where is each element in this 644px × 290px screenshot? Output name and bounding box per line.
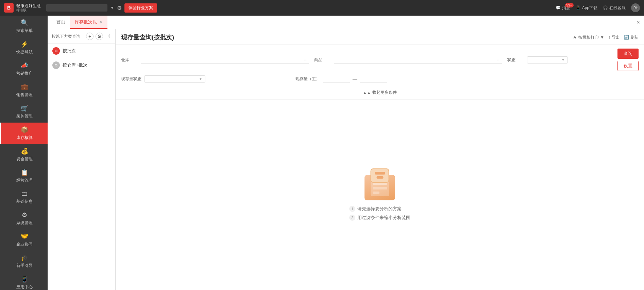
megaphone-icon: 📣 — [21, 62, 28, 69]
message-badge: 99+ — [565, 3, 574, 7]
refresh-icon: 🔄 — [624, 35, 629, 40]
message-btn[interactable]: 💬 消息 99+ — [556, 5, 570, 11]
print-icon: 🖨 — [573, 35, 577, 40]
sidebar-item-newguide[interactable]: 🎓 新手引导 — [0, 251, 48, 272]
system-icon: ⚙ — [22, 211, 27, 219]
sidebar-item-system[interactable]: ⚙ 系统管理 — [0, 208, 48, 229]
phone-icon: 📱 — [576, 5, 581, 10]
sidebar-item-appcenter[interactable]: 📱 应用中心 — [0, 272, 48, 290]
sidebar-item-enterprise[interactable]: 🤝 企业协同 — [0, 229, 48, 251]
status-filter: 状态 ▼ — [507, 56, 609, 64]
action-buttons: 查询 设置 — [617, 49, 639, 71]
money-icon: 💰 — [21, 147, 28, 155]
stock-main-from-input[interactable] — [323, 75, 350, 83]
topbar-gear-btn[interactable]: ⚙ — [117, 5, 122, 11]
database-icon: 🗃 — [21, 190, 28, 197]
app-download-btn[interactable]: 📱 App下载 — [576, 5, 597, 11]
flash-icon: ⚡ — [21, 40, 28, 48]
add-scheme-btn[interactable]: + — [86, 33, 94, 40]
stock-status-dropdown-icon: ▼ — [199, 77, 202, 81]
sidebar-item-search[interactable]: 🔍 搜索菜单 — [0, 16, 48, 37]
settings-scheme-btn[interactable]: ⚙ — [96, 33, 103, 40]
filter-row-2: 现存量状态 ▼ 现存量（主） — — [121, 75, 639, 83]
scheme-by-batch[interactable]: ⚙ 按批次 — [48, 44, 115, 58]
hint-item-1: 1 请先选择要分析的方案 — [349, 206, 410, 212]
warehouse-more-btn[interactable]: ··· — [304, 57, 307, 62]
scheme-panel-header: 按以下方案查询 + ⚙ 《 — [48, 29, 115, 44]
main-layout: 🔍 搜索菜单 ⚡ 快捷导航 📣 营销推广 💼 销售管理 🛒 采购管理 📦 库存核… — [0, 16, 644, 290]
scheme-by-warehouse-batch[interactable]: ⚙ 按仓库+批次 — [48, 58, 115, 72]
stock-main-filter: 现存量（主） — — [295, 75, 464, 83]
query-header: 现存量查询(按批次) 🖨 按模板打印 ▼ ↑ 导出 🔄 — [116, 29, 644, 44]
sidebar-item-finance[interactable]: 💰 资金管理 — [0, 144, 48, 165]
search-dropdown-btn[interactable]: ▼ — [110, 5, 114, 10]
status-dropdown-icon: ▼ — [561, 58, 565, 62]
product-filter: 商品 ··· — [314, 56, 502, 64]
product-input[interactable] — [334, 56, 502, 64]
collapse-scheme-icon[interactable]: 《 — [105, 33, 111, 40]
setting-btn[interactable]: 设置 — [617, 61, 639, 71]
warehouse-input[interactable] — [141, 56, 309, 64]
panel-close-btn[interactable]: × — [637, 19, 640, 25]
tab-batch-account[interactable]: 库存批次账 × — [70, 16, 107, 29]
scheme-actions: + ⚙ 《 — [86, 33, 111, 40]
headset-icon: 🎧 — [603, 5, 608, 10]
sidebar-item-inventory[interactable]: 📦 库存核算 — [0, 123, 48, 144]
filter-row-1: 仓库 ··· 商品 ··· — [121, 49, 639, 71]
empty-illustration — [359, 166, 400, 200]
product-input-wrapper: ··· — [334, 56, 502, 64]
filter-area: 仓库 ··· 商品 ··· — [116, 44, 644, 100]
gear-icon: ⚙ — [117, 5, 122, 11]
experience-btn[interactable]: 体验行业方案 — [124, 3, 157, 13]
search-icon: 🔍 — [21, 19, 28, 26]
collapse-more-btn[interactable]: ▲▲ 收起更多条件 — [363, 90, 397, 95]
sidebar-item-operations[interactable]: 📋 经营管理 — [0, 165, 48, 187]
scheme-red-icon: ⚙ — [52, 47, 60, 55]
sidebar-item-quicknav[interactable]: ⚡ 快捷导航 — [0, 37, 48, 58]
status-select[interactable]: ▼ — [527, 56, 568, 64]
avatar: Rit — [631, 3, 640, 12]
message-icon: 💬 — [556, 5, 561, 10]
appcenter-icon: 📱 — [21, 275, 28, 283]
global-search-input[interactable] — [46, 4, 107, 12]
stock-main-to-input[interactable] — [360, 75, 387, 83]
stock-status-filter: 现存量状态 ▼ — [121, 75, 290, 83]
scheme-gray-icon: ⚙ — [52, 61, 60, 69]
collapse-up-icon: ▲▲ — [363, 90, 371, 95]
sidebar-item-marketing[interactable]: 📣 营销推广 — [0, 58, 48, 80]
query-btn[interactable]: 查询 — [617, 49, 639, 59]
empty-state: 1 请先选择要分析的方案 2 用过滤条件来缩小分析范围 — [116, 100, 644, 290]
export-icon: ↑ — [608, 35, 610, 40]
scheme-panel: 按以下方案查询 + ⚙ 《 ⚙ 按批次 ⚙ 按仓库+批次 — [48, 29, 116, 290]
sidebar-item-sales[interactable]: 💼 销售管理 — [0, 80, 48, 101]
sidebar: 🔍 搜索菜单 ⚡ 快捷导航 📣 营销推广 💼 销售管理 🛒 采购管理 📦 库存核… — [0, 16, 48, 290]
query-area: 现存量查询(按批次) 🖨 按模板打印 ▼ ↑ 导出 🔄 — [116, 29, 644, 290]
hint-item-2: 2 用过滤条件来缩小分析范围 — [349, 215, 410, 221]
refresh-btn[interactable]: 🔄 刷新 — [624, 35, 639, 40]
cart-icon: 🛒 — [21, 105, 28, 112]
tab-close-btn[interactable]: × — [99, 20, 103, 24]
user-avatar[interactable]: Rit — [631, 3, 640, 12]
page-title: 现存量查询(按批次) — [121, 33, 174, 41]
box-icon: 📦 — [21, 126, 28, 133]
print-dropdown-icon: ▼ — [600, 35, 604, 40]
guide-icon: 🎓 — [21, 254, 28, 261]
sidebar-item-purchase[interactable]: 🛒 采购管理 — [0, 101, 48, 123]
warehouse-input-wrapper: ··· — [141, 56, 309, 64]
online-support-btn[interactable]: 🎧 在线客服 — [603, 5, 626, 11]
tab-bar: 首页 库存批次账 × × — [48, 16, 644, 29]
app-logo: B — [4, 3, 14, 13]
topbar: B 畅康通好生意 标准版 ▼ ⚙ 体验行业方案 💬 消息 99+ 📱 App下载… — [0, 0, 644, 16]
main-content: 按以下方案查询 + ⚙ 《 ⚙ 按批次 ⚙ 按仓库+批次 — [48, 29, 644, 290]
topbar-actions: 💬 消息 99+ 📱 App下载 🎧 在线客服 Rit — [556, 3, 640, 12]
product-more-btn[interactable]: ··· — [497, 57, 501, 62]
briefcase-icon: 💼 — [21, 83, 28, 91]
header-actions: 🖨 按模板打印 ▼ ↑ 导出 🔄 刷新 — [573, 35, 639, 40]
stock-status-select[interactable]: ▼ — [144, 75, 205, 83]
export-btn[interactable]: ↑ 导出 — [608, 35, 620, 40]
print-btn[interactable]: 🖨 按模板打印 ▼ — [573, 35, 604, 40]
sidebar-item-basics[interactable]: 🗃 基础信息 — [0, 187, 48, 208]
content-area: 首页 库存批次账 × × 按以下方案查询 + ⚙ 《 — [48, 16, 644, 290]
tab-home[interactable]: 首页 — [52, 16, 70, 29]
chevron-down-icon: ▼ — [110, 5, 114, 10]
